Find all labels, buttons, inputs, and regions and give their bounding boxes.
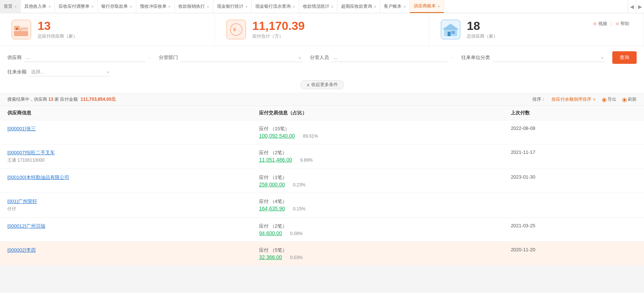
stat-total-supplier-label: 总供应商（家） [467, 33, 498, 39]
supplier-link-1[interactable]: [000007]恒旺二手叉车 [7, 150, 55, 155]
nav-tab-cash-flow-query[interactable]: 现金银行流水查询× [252, 0, 299, 13]
nav-tab-close-home[interactable]: × [14, 4, 17, 9]
person-input[interactable] [331, 53, 448, 62]
export-label: 导出 [608, 96, 616, 103]
nav-tab-close-receipt-stat[interactable]: × [331, 4, 333, 9]
ap-cell-2: 应付 （1笔） 258,000.00 0.23% [259, 174, 511, 187]
nav-tab-label: 收款核销执行 [178, 3, 205, 10]
nav-tab-overdue-ar-query[interactable]: 超期应收款查询× [337, 0, 380, 13]
last-payment-cell-1: 2021-11-17 [511, 149, 637, 155]
ap-amount-1[interactable]: 11,051,486.00 [259, 157, 292, 163]
nav-tab-close-cash-flow-query[interactable]: × [293, 4, 295, 9]
ap-cell-3: 应付 （4笔） 164,635.90 0.15% [259, 198, 511, 211]
nav-tab-label: 收款情况统计 [303, 3, 329, 10]
ap-amount-2[interactable]: 258,000.00 [259, 182, 285, 187]
balance-select[interactable]: 选择... [29, 68, 111, 76]
nav-tab-close-receipt-write-off[interactable]: × [207, 4, 209, 9]
help-link[interactable]: ⊙ 帮助 [616, 21, 629, 27]
filter-dept: 分管部门 ∨ [159, 53, 303, 62]
category-select[interactable] [492, 53, 605, 62]
stats-top-right: ⊙ 视频 | ⊙ 帮助 [586, 17, 637, 31]
ap-amount-5[interactable]: 32,366.00 [259, 254, 282, 260]
nav-tab-label: 超期应收款查询 [341, 3, 372, 10]
nav-tab-close-prepay-ar[interactable]: × [168, 4, 171, 9]
nav-tab-close-cash-bank-stat[interactable]: × [245, 4, 248, 9]
svg-rect-3 [14, 31, 28, 36]
supplier-link-2[interactable]: [000100]本特勤油品有限公司 [7, 175, 69, 180]
filter-supplier: 供应商 ··· [7, 53, 151, 62]
collapse-button[interactable]: ∧ 收起更多条件 [300, 80, 344, 89]
nav-tab-close-ar-ap-adjust[interactable]: × [91, 4, 94, 9]
supplier-link-3[interactable]: [001]广州荣轩 [7, 199, 37, 204]
export-button[interactable]: 导出 [602, 96, 616, 103]
supplier-sub-1: 王通 17106110000 [7, 157, 259, 163]
table-row: [000001]张三 应付 （15笔） 100,092,540.00 89.61… [0, 120, 644, 144]
ap-amount-3[interactable]: 164,635.90 [259, 206, 285, 211]
stat-ap-supplier-label: 总应付供应商（家） [38, 33, 77, 39]
ap-amount-0[interactable]: 100,092,540.00 [259, 133, 295, 139]
result-summary-middle: 家 [55, 97, 59, 102]
nav-tab-prepay-ar[interactable]: 预收冲应收单× [136, 0, 175, 13]
nav-tab-other-income[interactable]: 其他收入单× [21, 0, 55, 13]
ap-percent-0: 89.61% [303, 134, 318, 139]
stat-icon-supplier [11, 19, 32, 40]
filter-category: 往来单位分类 ∨ [461, 53, 605, 62]
collapse-bar: ∧ 收起更多条件 [7, 80, 637, 89]
supplier-table: 供应商信息 应付交易信息（占比） 上次付数 [000001]张三 应付 （15笔… [0, 106, 644, 266]
last-payment-cell-0: 2022-08-08 [511, 125, 637, 131]
ap-percent-4: 0.08% [290, 231, 302, 236]
nav-tab-bank-deposit[interactable]: 银行存取款单× [98, 0, 136, 13]
svg-point-4 [16, 28, 18, 30]
table-header: 供应商信息 应付交易信息（占比） 上次付数 [0, 106, 644, 120]
ap-percent-1: 9.89% [300, 158, 313, 163]
header-ap-info: 应付交易信息（占比） [259, 110, 511, 116]
sep: | [611, 21, 612, 26]
last-payment-date-2: 2023-01-30 [511, 174, 535, 180]
nav-tab-close-other-income[interactable]: × [48, 4, 50, 9]
dept-select-wrap: ∨ [180, 53, 303, 62]
nav-tab-home[interactable]: 首页× [0, 0, 21, 13]
svg-rect-13 [448, 32, 451, 36]
supplier-link-4[interactable]: [000012]广州贝瑞 [7, 223, 45, 229]
nav-tab-close-customer-ledger[interactable]: × [403, 4, 406, 9]
refresh-radio [622, 97, 627, 102]
nav-next-arrow[interactable]: ▶ [636, 0, 644, 13]
svg-text:¥: ¥ [233, 27, 236, 32]
supplier-link-5[interactable]: [000002]李四 [7, 247, 36, 253]
person-label: 分管人员 [310, 54, 329, 61]
last-payment-cell-5: 2020-11-20 [511, 247, 637, 252]
nav-tab-ar-ap-adjust[interactable]: 应收应付调整单× [55, 0, 98, 13]
ap-label-2: 应付 （1笔） [259, 174, 511, 181]
collapse-label: 收起更多条件 [311, 82, 338, 88]
nav-tab-close-bank-deposit[interactable]: × [130, 4, 132, 9]
video-link[interactable]: ⊙ 视频 [593, 21, 607, 27]
nav-arrows: ◀ ▶ [628, 0, 644, 13]
query-button[interactable]: 查询 [612, 51, 637, 64]
supplier-link-0[interactable]: [000001]张三 [7, 126, 36, 131]
nav-tab-customer-ledger[interactable]: 客户账本× [380, 0, 410, 13]
refresh-button[interactable]: 刷新 [622, 96, 637, 103]
refresh-label: 刷新 [628, 96, 637, 103]
supplier-input[interactable] [24, 53, 146, 62]
svg-rect-2 [21, 27, 28, 30]
result-supplier-count: 13 [48, 97, 53, 102]
last-payment-date-5: 2020-11-20 [511, 247, 535, 252]
nav-prev-arrow[interactable]: ◀ [628, 0, 636, 13]
ap-label-5: 应付 （5笔） [259, 247, 511, 254]
nav-tab-receipt-stat[interactable]: 收款情况统计× [299, 0, 337, 13]
stat-total-ap-amount: ¥ 11,170.39 应付合计（万） [215, 13, 430, 46]
nav-tab-receipt-write-off[interactable]: 收款核销执行× [175, 0, 213, 13]
nav-tab-close-supplier-ledger[interactable]: × [438, 4, 440, 8]
nav-tab-cash-bank-stat[interactable]: 现金银行统计× [213, 0, 252, 13]
supplier-cell-2: [000100]本特勤油品有限公司 [7, 174, 259, 181]
nav-tab-label: 首页 [4, 3, 13, 10]
last-payment-date-1: 2021-11-17 [511, 149, 535, 155]
ap-amount-4[interactable]: 94,600.00 [259, 230, 282, 236]
nav-tab-close-overdue-ar-query[interactable]: × [374, 4, 376, 9]
dept-select[interactable] [180, 53, 303, 62]
result-bar-right: 排序： 按应付余额倒序排序 ∨ 导出 刷新 [532, 96, 637, 103]
category-label: 往来单位分类 [461, 54, 490, 61]
sort-select[interactable]: 按应付余额倒序排序 ∨ [552, 96, 596, 103]
supplier-cell-5: [000002]李四 [7, 247, 259, 254]
nav-tab-supplier-ledger[interactable]: 供应商账本× [410, 0, 444, 13]
